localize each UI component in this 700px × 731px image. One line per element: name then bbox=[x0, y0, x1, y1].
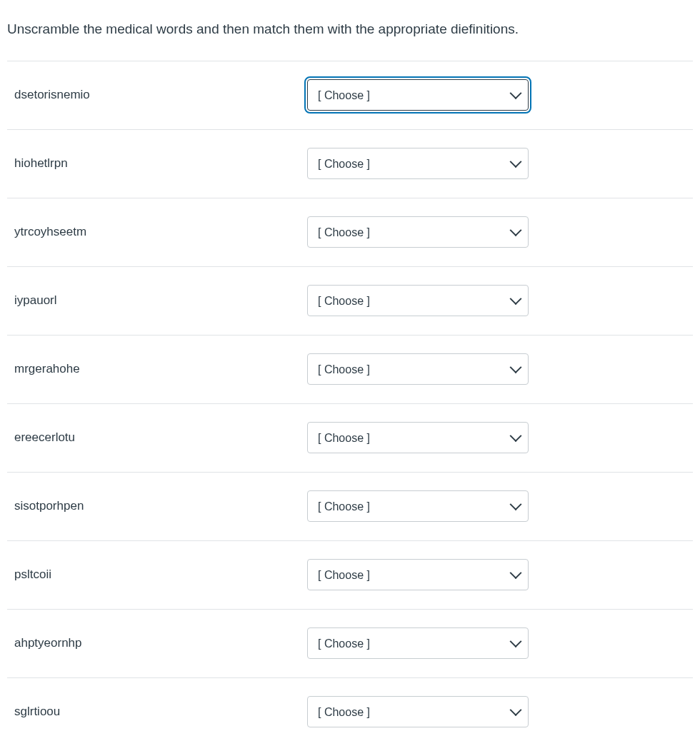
answer-cell: [ Choose ] bbox=[307, 627, 529, 659]
select-wrap: [ Choose ] bbox=[307, 216, 529, 248]
matching-row: iypauorl[ Choose ] bbox=[7, 267, 693, 336]
scrambled-word-label: ahptyeornhp bbox=[7, 636, 307, 650]
select-wrap: [ Choose ] bbox=[307, 627, 529, 659]
answer-cell: [ Choose ] bbox=[307, 353, 529, 385]
select-wrap: [ Choose ] bbox=[307, 285, 529, 316]
answer-cell: [ Choose ] bbox=[307, 559, 529, 590]
answer-select[interactable]: [ Choose ] bbox=[307, 353, 529, 385]
answer-select[interactable]: [ Choose ] bbox=[307, 285, 529, 316]
answer-select[interactable]: [ Choose ] bbox=[307, 148, 529, 179]
matching-row: dsetorisnemio[ Choose ] bbox=[7, 61, 693, 130]
matching-row: sisotporhpen[ Choose ] bbox=[7, 473, 693, 541]
matching-row: mrgerahohe[ Choose ] bbox=[7, 336, 693, 404]
scrambled-word-label: psltcoii bbox=[7, 568, 307, 582]
answer-select[interactable]: [ Choose ] bbox=[307, 216, 529, 248]
answer-cell: [ Choose ] bbox=[307, 490, 529, 522]
scrambled-word-label: ereecerlotu bbox=[7, 430, 307, 445]
select-wrap: [ Choose ] bbox=[307, 422, 529, 453]
matching-row: ereecerlotu[ Choose ] bbox=[7, 404, 693, 473]
matching-row: ahptyeornhp[ Choose ] bbox=[7, 610, 693, 678]
scrambled-word-label: sisotporhpen bbox=[7, 499, 307, 513]
answer-cell: [ Choose ] bbox=[307, 79, 529, 111]
answer-cell: [ Choose ] bbox=[307, 216, 529, 248]
select-wrap: [ Choose ] bbox=[307, 353, 529, 385]
answer-select[interactable]: [ Choose ] bbox=[307, 422, 529, 453]
answer-cell: [ Choose ] bbox=[307, 422, 529, 453]
select-wrap: [ Choose ] bbox=[307, 79, 529, 111]
answer-select[interactable]: [ Choose ] bbox=[307, 490, 529, 522]
scrambled-word-label: dsetorisnemio bbox=[7, 88, 307, 102]
scrambled-word-label: ytrcoyhseetm bbox=[7, 225, 307, 239]
select-wrap: [ Choose ] bbox=[307, 559, 529, 590]
scrambled-word-label: hiohetlrpn bbox=[7, 156, 307, 171]
matching-rows: dsetorisnemio[ Choose ]hiohetlrpn[ Choos… bbox=[7, 61, 693, 731]
answer-select[interactable]: [ Choose ] bbox=[307, 696, 529, 727]
matching-row: psltcoii[ Choose ] bbox=[7, 541, 693, 610]
answer-cell: [ Choose ] bbox=[307, 696, 529, 727]
matching-row: hiohetlrpn[ Choose ] bbox=[7, 130, 693, 198]
select-wrap: [ Choose ] bbox=[307, 148, 529, 179]
select-wrap: [ Choose ] bbox=[307, 490, 529, 522]
scrambled-word-label: sglrtioou bbox=[7, 705, 307, 719]
select-wrap: [ Choose ] bbox=[307, 696, 529, 727]
matching-row: sglrtioou[ Choose ] bbox=[7, 678, 693, 731]
scrambled-word-label: iypauorl bbox=[7, 293, 307, 308]
answer-cell: [ Choose ] bbox=[307, 285, 529, 316]
question-instructions: Unscramble the medical words and then ma… bbox=[7, 20, 693, 39]
answer-select[interactable]: [ Choose ] bbox=[307, 559, 529, 590]
scrambled-word-label: mrgerahohe bbox=[7, 362, 307, 376]
answer-select[interactable]: [ Choose ] bbox=[307, 627, 529, 659]
answer-cell: [ Choose ] bbox=[307, 148, 529, 179]
matching-row: ytrcoyhseetm[ Choose ] bbox=[7, 198, 693, 267]
answer-select[interactable]: [ Choose ] bbox=[307, 79, 529, 111]
